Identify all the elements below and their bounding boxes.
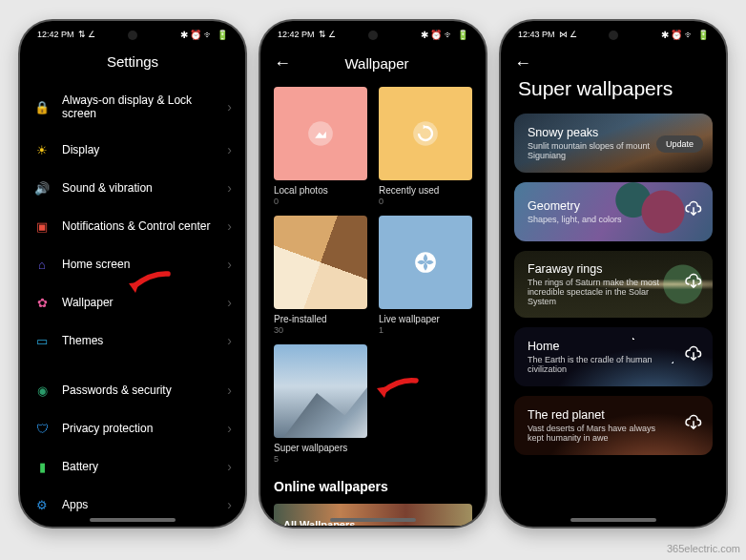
super-wallpaper-list[interactable]: Snowy peaks Sunlit mountain slopes of mo… xyxy=(501,114,726,455)
sw-card-desc: Vast deserts of Mars have always kept hu… xyxy=(528,424,671,443)
settings-item-home-screen[interactable]: ⌂ Home screen › xyxy=(33,245,232,283)
status-time: 12:42 PM xyxy=(37,30,74,39)
settings-item-passwords[interactable]: ◉ Passwords & security › xyxy=(33,371,232,409)
section-online-wallpapers: Online wallpapers xyxy=(274,479,472,494)
settings-item-privacy[interactable]: 🛡 Privacy protection › xyxy=(33,409,232,447)
thumbnail xyxy=(274,216,367,309)
wallpaper-scroll[interactable]: Local photos 0 Recently used 0 Pre-insta… xyxy=(260,87,486,526)
sw-card-home[interactable]: Home The Earth is the cradle of human ci… xyxy=(514,327,713,386)
sw-card-name: Geometry xyxy=(528,199,699,213)
sw-card-red-planet[interactable]: The red planet Vast deserts of Mars have… xyxy=(514,396,713,455)
card-count: 0 xyxy=(379,197,472,206)
thumbnail xyxy=(274,87,367,180)
lock-icon: 🔒 xyxy=(33,98,51,115)
card-super-wallpapers[interactable]: Super wallpapers 5 xyxy=(274,344,367,464)
gear-icon: ⚙ xyxy=(33,496,51,513)
settings-item-label: Home screen xyxy=(62,258,130,271)
chevron-right-icon: › xyxy=(227,421,232,436)
thumbnail xyxy=(274,344,367,438)
card-label: Live wallpaper xyxy=(379,314,472,324)
download-icon[interactable] xyxy=(684,418,703,437)
card-all-wallpapers[interactable]: All Wallpapers xyxy=(274,504,472,526)
page-title: Super wallpapers xyxy=(501,77,726,114)
settings-list: 🔒 Always-on display & Lock screen › ☀ Di… xyxy=(20,83,245,527)
settings-item-wallpaper[interactable]: ✿ Wallpaper › xyxy=(33,283,232,321)
phone-super-wallpapers: 12:43 PM ⋈ ∠ ✱ ⏰ ᯤ 🔋 ← Super wallpapers … xyxy=(501,21,726,527)
image-icon xyxy=(307,120,334,147)
status-icons-right: ✱ ⏰ ᯤ 🔋 xyxy=(421,30,468,40)
back-icon[interactable]: ← xyxy=(514,53,531,73)
sw-card-name: The red planet xyxy=(528,408,699,422)
update-button[interactable]: Update xyxy=(656,135,703,153)
chevron-right-icon: › xyxy=(227,218,232,234)
chevron-right-icon: › xyxy=(227,497,232,512)
settings-item-label: Battery xyxy=(62,460,98,473)
sw-card-geometry[interactable]: Geometry Shapes, light, and colors xyxy=(514,182,713,241)
battery-icon: ▮ xyxy=(33,458,51,475)
status-time: 12:42 PM xyxy=(278,30,315,39)
settings-item-sound[interactable]: 🔊 Sound & vibration › xyxy=(33,169,232,207)
settings-item-additional[interactable]: ⋯ Additional settings › xyxy=(33,524,232,527)
camera-notch xyxy=(368,31,378,40)
chevron-right-icon: › xyxy=(227,333,232,348)
home-icon: ⌂ xyxy=(33,256,51,273)
status-icons-right: ✱ ⏰ ᯤ 🔋 xyxy=(661,30,709,40)
sw-card-snowy-peaks[interactable]: Snowy peaks Sunlit mountain slopes of mo… xyxy=(514,114,713,173)
download-icon[interactable] xyxy=(684,204,703,223)
chevron-right-icon: › xyxy=(227,99,232,114)
card-label: Pre-installed xyxy=(274,314,367,324)
sw-card-desc: The Earth is the cradle of human civiliz… xyxy=(528,355,671,374)
status-icons-left: ⇅ ∠ xyxy=(78,30,96,39)
card-count: 1 xyxy=(379,325,472,335)
settings-item-label: Display xyxy=(62,143,99,156)
settings-item-label: Apps xyxy=(62,498,88,511)
control-center-icon: ▣ xyxy=(33,218,51,235)
card-count: 30 xyxy=(274,325,367,335)
thumbnail xyxy=(379,87,472,180)
recent-icon xyxy=(412,120,439,147)
download-icon[interactable] xyxy=(684,277,703,296)
download-icon[interactable] xyxy=(684,349,703,368)
card-live-wallpaper[interactable]: Live wallpaper 1 xyxy=(379,216,472,335)
back-icon[interactable]: ← xyxy=(274,53,291,73)
settings-item-label: Passwords & security xyxy=(62,384,172,397)
speaker-icon: 🔊 xyxy=(33,179,51,197)
home-indicator[interactable] xyxy=(570,518,656,522)
card-local-photos[interactable]: Local photos 0 xyxy=(274,87,367,206)
status-icons-right: ✱ ⏰ ᯤ 🔋 xyxy=(180,30,228,40)
settings-item-label: Notifications & Control center xyxy=(62,219,210,233)
settings-item-aod[interactable]: 🔒 Always-on display & Lock screen › xyxy=(33,83,232,131)
fingerprint-icon: ◉ xyxy=(33,382,51,399)
sw-card-desc: The rings of Saturn make the most incred… xyxy=(528,278,671,306)
pinwheel-icon xyxy=(413,250,438,275)
thumbnail: All Wallpapers xyxy=(274,504,472,526)
settings-item-label: Sound & vibration xyxy=(62,181,153,195)
chevron-right-icon: › xyxy=(227,180,232,196)
header: ← xyxy=(501,48,726,77)
settings-item-label: Wallpaper xyxy=(62,296,114,309)
home-indicator[interactable] xyxy=(90,518,176,522)
settings-item-battery[interactable]: ▮ Battery › xyxy=(33,447,232,486)
settings-item-themes[interactable]: ▭ Themes › xyxy=(33,321,232,360)
sw-card-desc: Shapes, light, and colors xyxy=(528,215,671,224)
themes-icon: ▭ xyxy=(33,332,51,349)
settings-item-notifications[interactable]: ▣ Notifications & Control center › xyxy=(33,207,232,245)
header: Settings xyxy=(20,48,245,83)
thumbnail xyxy=(379,216,472,309)
camera-notch xyxy=(128,31,137,40)
settings-item-label: Always-on display & Lock screen xyxy=(62,93,205,120)
settings-item-display[interactable]: ☀ Display › xyxy=(33,131,232,169)
home-indicator[interactable] xyxy=(330,518,416,522)
wallpaper-icon: ✿ xyxy=(33,294,51,311)
card-label: Local photos xyxy=(274,185,367,196)
sw-card-name: Faraway rings xyxy=(528,262,699,276)
card-recently-used[interactable]: Recently used 0 xyxy=(379,87,472,206)
brightness-icon: ☀ xyxy=(33,141,51,158)
sw-card-faraway-rings[interactable]: Faraway rings The rings of Saturn make t… xyxy=(514,251,713,318)
chevron-right-icon: › xyxy=(227,295,232,310)
svg-point-1 xyxy=(413,121,438,146)
phone-wallpaper: 12:42 PM ⇅ ∠ ✱ ⏰ ᯤ 🔋 ← Wallpaper Local p… xyxy=(260,21,486,527)
card-label: Recently used xyxy=(379,185,472,196)
card-pre-installed[interactable]: Pre-installed 30 xyxy=(274,216,367,335)
chevron-right-icon: › xyxy=(227,459,232,474)
